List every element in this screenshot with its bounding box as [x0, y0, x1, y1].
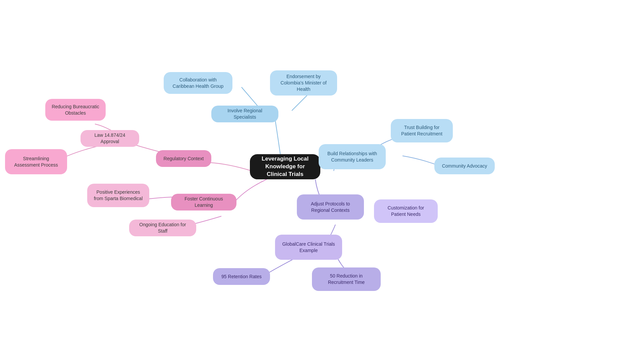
- law-approval-node: Law 14.874/24 Approval: [80, 130, 139, 147]
- globalcare-node: GlobalCare Clinical Trials Example: [275, 235, 342, 260]
- reduction-recruitment-node: 50 Reduction in Recruitment Time: [312, 267, 381, 291]
- foster-continuous-node: Foster Continuous Learning: [171, 194, 236, 210]
- retention-rates-node: 95 Retention Rates: [213, 268, 270, 285]
- trust-building-node: Trust Building for Patient Recruitment: [391, 119, 453, 142]
- build-relationships-node: Build Relationships with Community Leade…: [319, 144, 386, 169]
- adjust-protocols-node: Adjust Protocols to Regional Contexts: [297, 194, 364, 220]
- community-advocacy-node: Community Advocacy: [434, 158, 495, 174]
- endorsement-colombia-node: Endorsement by Colombia's Minister of He…: [270, 70, 337, 96]
- regulatory-context-node: Regulatory Context: [156, 150, 211, 167]
- positive-experiences-node: Positive Experiences from Sparta Biomedi…: [87, 184, 149, 207]
- involve-regional-node: Involve Regional Specialists: [211, 106, 278, 122]
- customization-node: Customization for Patient Needs: [374, 199, 438, 223]
- reducing-bureaucratic-node: Reducing Bureaucratic Obstacles: [45, 99, 106, 121]
- ongoing-education-node: Ongoing Education for Staff: [129, 220, 196, 236]
- collaboration-caribbean-node: Collaboration with Caribbean Health Grou…: [164, 72, 232, 94]
- center-node: Leveraging Local Knowledge for Clinical …: [250, 154, 320, 179]
- streamlining-node: Streamlining Assessment Process: [5, 149, 67, 174]
